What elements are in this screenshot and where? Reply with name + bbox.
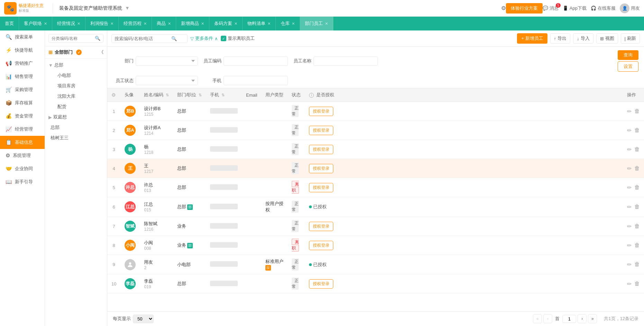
- app-download-btn[interactable]: 📱 App下载: [563, 5, 587, 11]
- col-phone[interactable]: 手机 ⇅: [206, 88, 242, 102]
- page-size-select[interactable]: 50 10 20 100: [133, 315, 154, 323]
- sidebar-item-sales[interactable]: 📊 销售管理: [0, 70, 45, 83]
- edit-icon[interactable]: ✏: [627, 108, 632, 115]
- view-btn[interactable]: ⊞ 视图: [596, 33, 618, 44]
- online-service-btn[interactable]: 🎧 在线客服: [591, 5, 616, 11]
- tab-warehouse[interactable]: 仓库✕: [276, 17, 300, 30]
- import-btn[interactable]: ↓ 导入: [573, 33, 593, 44]
- more-filter-btn[interactable]: ▽ 更多条件 ∧: [190, 35, 218, 42]
- message-btn[interactable]: 💬 消息 5: [543, 5, 559, 11]
- dept-node-xiaodibu[interactable]: 小电部: [52, 70, 107, 81]
- emp-code-input[interactable]: [224, 56, 288, 66]
- collapse-icon[interactable]: 《: [99, 49, 103, 55]
- edit-icon[interactable]: ✏: [627, 184, 632, 191]
- edit-icon[interactable]: ✏: [627, 242, 632, 249]
- auth-login-btn[interactable]: 授权登录: [309, 241, 333, 250]
- dept-select[interactable]: [136, 56, 198, 66]
- sidebar-item-marketing[interactable]: 📢 营销推广: [0, 57, 45, 70]
- delete-icon[interactable]: 🗑: [634, 108, 640, 115]
- edit-icon[interactable]: ✏: [627, 223, 632, 230]
- sidebar-item-quick-nav[interactable]: ⚡ 快捷导航: [0, 44, 45, 57]
- auth-login-btn[interactable]: 授权登录: [309, 183, 333, 192]
- delete-icon[interactable]: 🗑: [634, 146, 640, 153]
- dept-node-peihuo[interactable]: 配货: [52, 102, 107, 112]
- col-name-code[interactable]: 姓名/编码 ⇅: [140, 88, 173, 102]
- auth-login-btn[interactable]: 授权登录: [309, 126, 333, 135]
- settings-icon[interactable]: ⚙: [501, 5, 506, 11]
- set-btn[interactable]: 设置: [618, 61, 638, 72]
- tab-barcode[interactable]: 条码方案✕: [209, 17, 243, 30]
- dept-node-zhishu[interactable]: 植树王三: [45, 133, 107, 143]
- dept-node-zongbu[interactable]: 总部: [45, 122, 107, 133]
- edit-icon[interactable]: ✏: [627, 204, 632, 210]
- tab-history[interactable]: 经营历程✕: [119, 17, 152, 30]
- export-btn[interactable]: ↑ 导出: [550, 33, 571, 44]
- close-icon[interactable]: ✕: [325, 21, 328, 26]
- edit-icon[interactable]: ✏: [627, 127, 632, 134]
- close-icon[interactable]: ✕: [292, 21, 295, 26]
- tab-home[interactable]: 首页: [0, 17, 19, 30]
- first-page-btn[interactable]: «: [533, 314, 542, 323]
- delete-icon[interactable]: 🗑: [634, 261, 640, 268]
- delete-icon[interactable]: 🗑: [634, 184, 640, 191]
- add-employee-btn[interactable]: + 新增员工: [517, 33, 547, 44]
- delete-icon[interactable]: 🗑: [634, 165, 640, 172]
- more-btn[interactable]: | 刷新: [621, 33, 640, 44]
- dept-node-shuangting[interactable]: ▶ 双庭想: [45, 112, 107, 122]
- delete-icon[interactable]: 🗑: [634, 242, 640, 249]
- dept-search-input[interactable]: [52, 36, 93, 41]
- tab-add-goods[interactable]: 新增商品✕: [176, 17, 209, 30]
- sidebar-item-guide[interactable]: 📖 新手引导: [0, 175, 45, 188]
- edit-icon[interactable]: ✏: [627, 261, 632, 268]
- tab-bom[interactable]: 物料清单✕: [243, 17, 276, 30]
- close-icon[interactable]: ✕: [77, 21, 80, 26]
- sidebar-item-finance[interactable]: 💰 资金管理: [0, 109, 45, 123]
- tab-profit[interactable]: 利润报告✕: [85, 17, 119, 30]
- auth-login-btn[interactable]: 授权登录: [309, 107, 333, 116]
- query-btn[interactable]: 查询: [618, 50, 638, 60]
- phone-input[interactable]: [224, 76, 288, 85]
- next-page-btn[interactable]: ›: [578, 314, 587, 323]
- close-icon[interactable]: ✕: [110, 21, 114, 26]
- auth-login-btn[interactable]: 授权登录: [309, 145, 333, 154]
- sidebar-item-search[interactable]: 🔍 搜索菜单: [0, 30, 45, 44]
- user-btn[interactable]: 👤 用友: [620, 3, 640, 13]
- close-icon[interactable]: ✕: [267, 21, 271, 26]
- tab-goods[interactable]: 商品✕: [152, 17, 176, 30]
- sidebar-item-basic-info[interactable]: 📋 基础信息: [0, 136, 45, 149]
- edit-icon[interactable]: ✏: [627, 281, 632, 287]
- auth-login-btn[interactable]: 授权登录: [309, 222, 333, 231]
- prev-page-btn[interactable]: ‹: [543, 314, 552, 323]
- page-number-input[interactable]: [562, 315, 576, 323]
- delete-icon[interactable]: 🗑: [634, 223, 640, 230]
- delete-icon[interactable]: 🗑: [634, 127, 640, 134]
- tab-customer[interactable]: 客户联络✕: [19, 17, 52, 30]
- sidebar-item-inventory[interactable]: 📦 库存核算: [0, 96, 45, 109]
- tab-business[interactable]: 经营情况✕: [52, 17, 85, 30]
- dept-node-shenyang[interactable]: 沈阳大库: [52, 91, 107, 102]
- dept-node-projectroom[interactable]: 项目库房: [52, 81, 107, 91]
- tab-dept-staff[interactable]: 部门员工✕: [300, 17, 333, 30]
- search-input[interactable]: [115, 36, 170, 41]
- dept-node-hq[interactable]: ▼ 总部: [45, 60, 107, 70]
- last-page-btn[interactable]: »: [588, 314, 597, 323]
- auth-login-btn[interactable]: 授权登录: [309, 164, 333, 173]
- search-box[interactable]: 🔍: [111, 34, 188, 43]
- col-settings[interactable]: ⚙: [107, 88, 120, 102]
- emp-name-input[interactable]: [314, 56, 378, 66]
- edit-icon[interactable]: ✏: [627, 165, 632, 172]
- dept-search-box[interactable]: 🔍: [48, 34, 103, 43]
- delete-icon[interactable]: 🗑: [634, 281, 640, 287]
- col-dept-position[interactable]: 部门/职位 ⇅: [173, 88, 206, 102]
- all-dept-item[interactable]: ⊞ 全部部门 ✓ 《: [45, 46, 107, 59]
- trial-button[interactable]: 体验行业方案: [506, 3, 543, 14]
- show-resigned-toggle[interactable]: ✓ 显示离职员工: [221, 35, 255, 42]
- sidebar-item-purchase[interactable]: 🛒 采购管理: [0, 83, 45, 96]
- close-icon[interactable]: ✕: [234, 21, 237, 26]
- auth-login-btn[interactable]: 授权登录: [309, 279, 333, 289]
- emp-status-select[interactable]: [136, 76, 198, 85]
- close-icon[interactable]: ✕: [201, 21, 204, 26]
- edit-icon[interactable]: ✏: [627, 146, 632, 153]
- sidebar-item-operations[interactable]: 📈 经营管理: [0, 123, 45, 136]
- sidebar-item-system[interactable]: ⚙ 系统管理: [0, 149, 45, 162]
